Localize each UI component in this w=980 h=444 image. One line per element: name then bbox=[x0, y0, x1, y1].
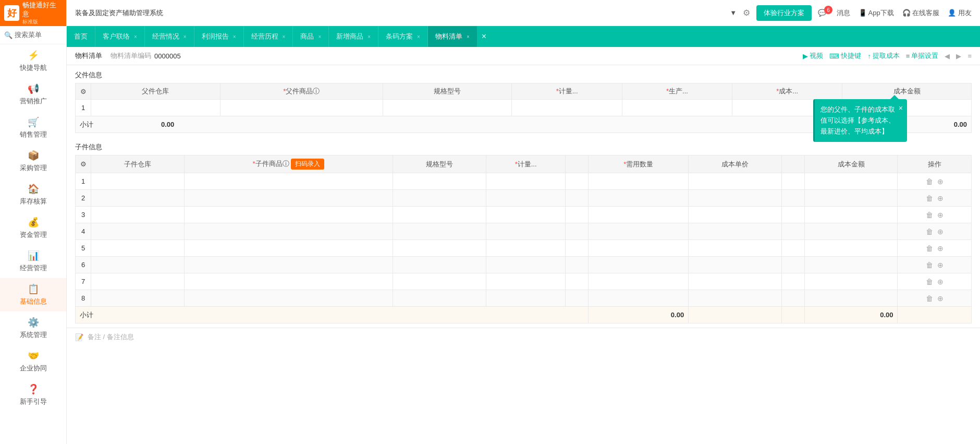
settings-icon[interactable]: ⚙ bbox=[743, 8, 750, 18]
child-copy-btn-4[interactable]: ⊕ bbox=[936, 227, 945, 236]
child-extra-5[interactable] bbox=[566, 240, 589, 257]
tab-profit-close[interactable]: × bbox=[233, 34, 236, 40]
tab-history[interactable]: 经营历程× bbox=[244, 26, 293, 47]
tab-profit[interactable]: 利润报告× bbox=[194, 26, 244, 47]
sidebar-item-basic-info[interactable]: 📋 基础信息 bbox=[0, 278, 66, 311]
child-product-1[interactable] bbox=[184, 173, 393, 190]
sidebar-item-search[interactable]: 🔍 搜索菜单 bbox=[0, 26, 66, 44]
child-copy-btn-7[interactable]: ⊕ bbox=[936, 278, 945, 286]
child-product-3[interactable] bbox=[184, 207, 393, 223]
sidebar-item-marketing[interactable]: 📢 营销推广 bbox=[0, 78, 66, 111]
child-spec-7[interactable] bbox=[393, 273, 486, 290]
tooltip-close-btn[interactable]: × bbox=[899, 102, 903, 114]
scan-input-btn[interactable]: 扫码录入 bbox=[291, 159, 324, 170]
child-extra-2[interactable] bbox=[566, 190, 589, 207]
child-warehouse-7[interactable] bbox=[91, 273, 185, 290]
trial-btn[interactable]: 体验行业方案 bbox=[756, 5, 812, 21]
nav-arrow-right[interactable]: ▶ bbox=[956, 52, 961, 60]
tab-new-product[interactable]: 新增商品× bbox=[329, 26, 378, 47]
tab-product-close[interactable]: × bbox=[318, 34, 321, 40]
tab-home[interactable]: 首页 bbox=[67, 26, 95, 47]
child-spec-6[interactable] bbox=[393, 257, 486, 273]
child-delete-btn-6[interactable]: 🗑 bbox=[925, 261, 934, 269]
single-settings-btn[interactable]: ≡ 单据设置 bbox=[906, 51, 939, 61]
child-unit-cost-8[interactable] bbox=[689, 290, 782, 307]
child-copy-btn-1[interactable]: ⊕ bbox=[936, 177, 945, 186]
child-copy-btn-3[interactable]: ⊕ bbox=[936, 211, 945, 219]
parent-production-1[interactable] bbox=[622, 100, 732, 116]
video-btn[interactable]: ▶ 视频 bbox=[803, 51, 823, 61]
child-extra-8[interactable] bbox=[566, 290, 589, 307]
child-extra2-5[interactable] bbox=[781, 240, 804, 257]
child-copy-btn-5[interactable]: ⊕ bbox=[936, 244, 945, 253]
child-extra2-7[interactable] bbox=[781, 273, 804, 290]
extract-cost-btn[interactable]: ↑ 提取成本 bbox=[867, 51, 900, 61]
child-unit-6[interactable] bbox=[486, 257, 566, 273]
child-warehouse-4[interactable] bbox=[91, 223, 185, 240]
child-delete-btn-5[interactable]: 🗑 bbox=[925, 244, 934, 253]
child-qty-5[interactable] bbox=[589, 240, 689, 257]
app-download-btn[interactable]: 📱 App下载 bbox=[859, 8, 894, 18]
child-extra-1[interactable] bbox=[566, 173, 589, 190]
child-warehouse-5[interactable] bbox=[91, 240, 185, 257]
tab-barcode[interactable]: 条码方案× bbox=[378, 26, 428, 47]
child-extra-7[interactable] bbox=[566, 273, 589, 290]
child-spec-5[interactable] bbox=[393, 240, 486, 257]
child-copy-btn-6[interactable]: ⊕ bbox=[936, 261, 945, 269]
child-qty-7[interactable] bbox=[589, 273, 689, 290]
child-unit-4[interactable] bbox=[486, 223, 566, 240]
sidebar-item-system[interactable]: ⚙️ 系统管理 bbox=[0, 311, 66, 345]
hotkey-btn[interactable]: ⌨ 快捷键 bbox=[829, 51, 861, 61]
child-delete-btn-3[interactable]: 🗑 bbox=[925, 211, 934, 219]
child-delete-btn-4[interactable]: 🗑 bbox=[925, 227, 934, 236]
sidebar-item-purchase[interactable]: 📦 采购管理 bbox=[0, 145, 66, 178]
child-delete-btn-1[interactable]: 🗑 bbox=[925, 177, 934, 186]
sidebar-item-guide[interactable]: ❓ 新手引导 bbox=[0, 378, 66, 412]
child-extra2-4[interactable] bbox=[781, 223, 804, 240]
tab-history-close[interactable]: × bbox=[283, 34, 286, 40]
nav-arrow-left[interactable]: ◀ bbox=[945, 52, 950, 60]
child-qty-6[interactable] bbox=[589, 257, 689, 273]
close-all-tabs[interactable]: × bbox=[477, 26, 491, 47]
child-extra2-3[interactable] bbox=[781, 207, 804, 223]
child-unit-1[interactable] bbox=[486, 173, 566, 190]
child-qty-2[interactable] bbox=[589, 190, 689, 207]
child-warehouse-2[interactable] bbox=[91, 190, 185, 207]
child-delete-btn-7[interactable]: 🗑 bbox=[925, 278, 934, 286]
parent-warehouse-1[interactable] bbox=[91, 100, 220, 116]
tab-barcode-close[interactable]: × bbox=[417, 34, 420, 40]
child-spec-8[interactable] bbox=[393, 290, 486, 307]
user-avatar[interactable]: 👤 用友 bbox=[948, 8, 972, 18]
child-qty-1[interactable] bbox=[589, 173, 689, 190]
child-unit-5[interactable] bbox=[486, 240, 566, 257]
tab-customer-close[interactable]: × bbox=[134, 34, 137, 40]
child-product-8[interactable] bbox=[184, 290, 393, 307]
child-unit-cost-5[interactable] bbox=[689, 240, 782, 257]
child-unit-2[interactable] bbox=[486, 190, 566, 207]
child-product-7[interactable] bbox=[184, 273, 393, 290]
child-spec-1[interactable] bbox=[393, 173, 486, 190]
child-unit-8[interactable] bbox=[486, 290, 566, 307]
message-btn[interactable]: 💬6 消息 bbox=[818, 8, 850, 18]
tab-operations-close[interactable]: × bbox=[183, 34, 187, 40]
child-product-2[interactable] bbox=[184, 190, 393, 207]
child-extra2-1[interactable] bbox=[781, 173, 804, 190]
child-unit-cost-4[interactable] bbox=[689, 223, 782, 240]
online-service-btn[interactable]: 🎧 在线客服 bbox=[902, 8, 940, 18]
sidebar-item-inventory[interactable]: 🏠 库存核算 bbox=[0, 178, 66, 211]
child-warehouse-3[interactable] bbox=[91, 207, 185, 223]
child-extra-6[interactable] bbox=[566, 257, 589, 273]
ch-th-settings[interactable]: ⚙ bbox=[76, 155, 91, 173]
child-unit-cost-2[interactable] bbox=[689, 190, 782, 207]
child-warehouse-8[interactable] bbox=[91, 290, 185, 307]
child-warehouse-1[interactable] bbox=[91, 173, 185, 190]
th-settings[interactable]: ⚙ bbox=[76, 83, 91, 100]
tab-product[interactable]: 商品× bbox=[293, 26, 329, 47]
child-extra-4[interactable] bbox=[566, 223, 589, 240]
tab-new-product-close[interactable]: × bbox=[368, 34, 371, 40]
child-spec-2[interactable] bbox=[393, 190, 486, 207]
child-extra2-2[interactable] bbox=[781, 190, 804, 207]
child-delete-btn-8[interactable]: 🗑 bbox=[925, 294, 934, 303]
tab-operations[interactable]: 经营情况× bbox=[145, 26, 194, 47]
sidebar-item-sales[interactable]: 🛒 销售管理 bbox=[0, 111, 66, 145]
